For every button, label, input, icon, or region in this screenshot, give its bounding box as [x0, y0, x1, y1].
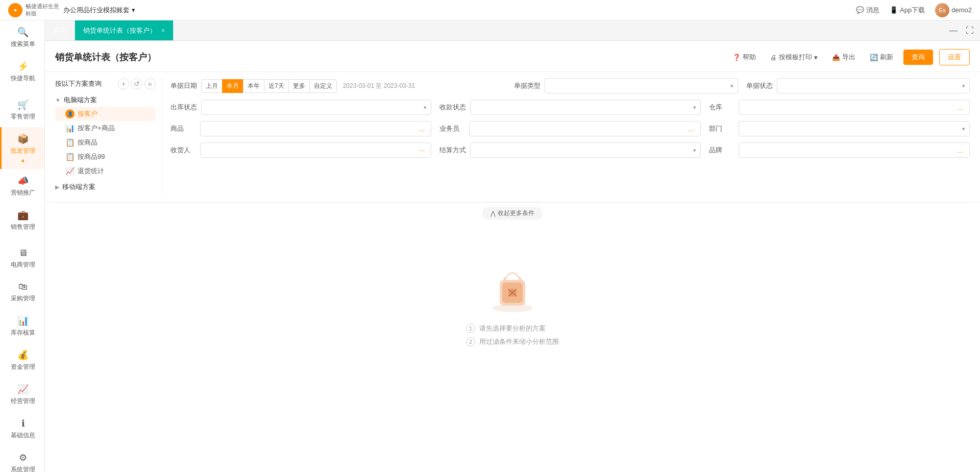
settlement-select[interactable]: ▾: [470, 143, 700, 158]
settings-button[interactable]: 设置: [939, 49, 970, 65]
message-button[interactable]: 💬 消息: [856, 6, 879, 15]
ecommerce-icon: 🖥: [18, 248, 28, 258]
marketing-icon: 📣: [17, 175, 29, 186]
sidebar-item-label: 采购管理: [11, 294, 35, 303]
tab-close-button[interactable]: ×: [161, 27, 165, 34]
sidebar-item-basic[interactable]: ℹ 基础信息: [0, 412, 44, 446]
export-label: 导出: [842, 53, 855, 62]
maximize-button[interactable]: ⛶: [964, 24, 976, 37]
sidebar-item-finance[interactable]: 💰 资金管理: [0, 343, 44, 377]
sidebar-item-system[interactable]: ⚙ 系统管理: [0, 446, 44, 472]
consignee-dots-icon[interactable]: ···: [417, 146, 427, 154]
refresh-button[interactable]: 🔄 刷新: [866, 51, 897, 64]
customer-scheme-icon: 👤: [65, 109, 75, 119]
retail-icon: 🛒: [17, 99, 29, 110]
sidebar-item-marketing[interactable]: 📣 营销推广: [0, 169, 44, 203]
date-range-text: 2023-03-01 至 2023-03-31: [343, 82, 415, 90]
search-icon: 🔍: [17, 27, 29, 38]
export-button[interactable]: 📤 导出: [828, 51, 860, 64]
brand-input[interactable]: ...: [739, 143, 970, 158]
return-stats-label: 退货统计: [78, 167, 104, 176]
main-layout: 🔍 搜索菜单 ⚡ 快捷导航 🛒 零售管理 📦 批发管理 ▲ 📣 营销推广 💼 销…: [0, 20, 980, 472]
collapse-button[interactable]: ⋀ 收起更多条件: [482, 207, 543, 220]
query-label: 查询: [912, 53, 925, 62]
sidebar-item-operations[interactable]: 📈 经营管理: [0, 377, 44, 412]
scheme-item-by-customer[interactable]: 👤 按客户: [55, 107, 156, 121]
last-7-btn[interactable]: 近7天: [264, 79, 288, 93]
scheme-item-by-product99[interactable]: 📋 按商品99: [55, 150, 156, 164]
sales-icon: 💼: [17, 209, 29, 221]
department-select[interactable]: ▾: [739, 121, 970, 136]
sidebar-item-retail[interactable]: 🛒 零售管理: [0, 93, 44, 127]
desktop-group-label: 电脑端方案: [64, 96, 97, 105]
logo-icon: [8, 3, 22, 17]
empty-state: 1 请先选择要分析的方案 2 用过滤条件来缩小分析范围: [45, 224, 980, 387]
doc-status-filter-item: 单据状态 ▾: [746, 78, 970, 93]
print-button[interactable]: 🖨 按模板打印 ▾: [766, 51, 822, 64]
this-month-btn[interactable]: 本月: [222, 79, 243, 93]
doc-status-label: 单据状态: [746, 81, 773, 90]
doc-status-select[interactable]: ▾: [777, 78, 970, 93]
minimize-button[interactable]: —: [947, 24, 960, 37]
sidebar-item-quick-nav[interactable]: ⚡ 快捷导航: [0, 55, 44, 89]
warehouse-dots-icon[interactable]: ...: [955, 103, 965, 111]
add-scheme-button[interactable]: +: [118, 78, 129, 89]
last-month-btn[interactable]: 上月: [201, 79, 222, 93]
print-label: 按模板打印: [779, 53, 812, 62]
doc-type-select[interactable]: ▾: [545, 78, 738, 93]
mobile-group-header[interactable]: ▶ 移动端方案: [55, 180, 156, 194]
brand-dots-icon[interactable]: ...: [955, 146, 965, 154]
refresh-scheme-button[interactable]: ↺: [131, 78, 142, 89]
sidebar-item-search[interactable]: 🔍 搜索菜单: [0, 20, 44, 55]
collapse-scheme-button[interactable]: «: [144, 78, 156, 89]
refresh-label: 刷新: [880, 53, 893, 62]
svg-point-7: [503, 277, 506, 280]
sidebar-item-wholesale[interactable]: 📦 批发管理 ▲: [0, 127, 44, 169]
scheme-item-customer-product[interactable]: 📊 按客户+商品: [55, 121, 156, 135]
tab-actions: — ⛶: [947, 24, 980, 37]
this-year-btn[interactable]: 本年: [243, 79, 264, 93]
help-button[interactable]: ❓ 帮助: [728, 51, 760, 64]
consignee-label: 收货人: [170, 146, 196, 155]
sidebar-item-ecommerce[interactable]: 🖥 电商管理: [0, 242, 44, 275]
doc-type-chevron-icon: ▾: [730, 83, 733, 89]
more-btn[interactable]: 更多: [288, 79, 309, 93]
salesperson-input[interactable]: ...: [469, 121, 700, 136]
consignee-input[interactable]: ···: [200, 143, 431, 158]
app-download-label: App下载: [900, 6, 925, 15]
date-filter: 上月 本月 本年 近7天 更多 自定义: [201, 79, 337, 93]
desktop-group-header[interactable]: ▼ 电脑端方案: [55, 93, 156, 107]
filter-row-4: 收货人 ··· 结算方式 ▾: [170, 143, 970, 158]
payment-status-select[interactable]: ▾: [470, 100, 700, 115]
tab-active[interactable]: 销货单统计表（按客户） ×: [75, 20, 174, 40]
chart-icon2: 📈: [65, 167, 75, 176]
out-status-select[interactable]: ▾: [201, 100, 431, 115]
message-label: 消息: [866, 6, 879, 15]
home-tab-label: 首页: [53, 26, 66, 35]
product-input[interactable]: ...: [200, 121, 431, 136]
sidebar-item-inventory[interactable]: 📊 库存核算: [0, 309, 44, 343]
app-download-button[interactable]: 📱 App下载: [890, 6, 925, 15]
scheme-item-by-product[interactable]: 📋 按商品: [55, 135, 156, 150]
desktop-scheme-group: ▼ 电脑端方案 👤 按客户 📊 按客户+商品: [55, 93, 156, 178]
warehouse-input[interactable]: ...: [739, 100, 970, 115]
product-dots-icon[interactable]: ...: [417, 125, 427, 133]
industry-selector[interactable]: 办公用品行业模拟账套 ▾: [63, 6, 135, 15]
custom-btn[interactable]: 自定义: [309, 79, 337, 93]
sidebar-item-label: 库存核算: [11, 328, 35, 337]
content-area: 首页 销货单统计表（按客户） × — ⛶ 销货单统计表（按客户） ❓ 帮助: [45, 20, 980, 472]
user-menu[interactable]: Ea demo2: [935, 3, 972, 17]
doc-type-label: 单据类型: [514, 81, 541, 90]
salesperson-dots-icon[interactable]: ...: [686, 125, 696, 133]
sidebar-item-label: 批发管理: [11, 147, 35, 155]
scheme-item-return-stats[interactable]: 📈 退货统计: [55, 164, 156, 178]
sidebar-item-sales[interactable]: 💼 销售管理: [0, 203, 44, 238]
svg-point-8: [519, 277, 522, 280]
out-status-label: 出库状态: [170, 103, 197, 112]
query-button[interactable]: 查询: [903, 50, 933, 65]
sidebar-item-purchase[interactable]: 🛍 采购管理: [0, 275, 44, 309]
table-icon2: 📋: [65, 152, 75, 161]
tip-num-1: 1: [466, 324, 475, 333]
mobile-expand-icon: ▶: [55, 184, 59, 191]
tab-home[interactable]: 首页: [45, 20, 75, 40]
